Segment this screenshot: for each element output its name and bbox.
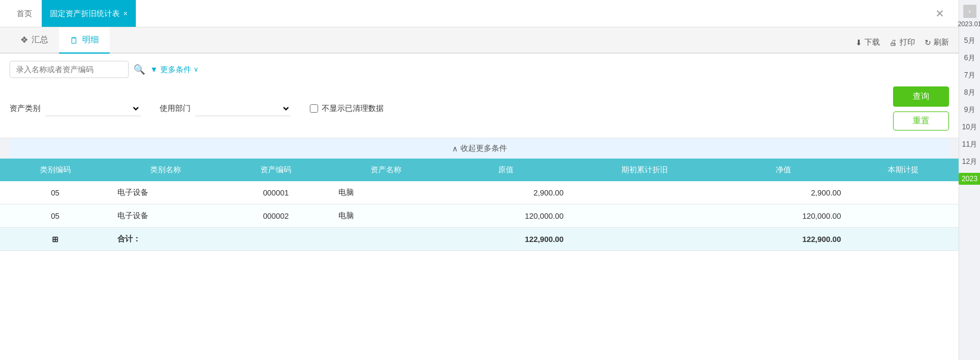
nav-home[interactable]: 首页 [10,0,39,27]
nav-active-tab[interactable]: 固定资产折旧统计表 × [42,0,136,27]
tab-detail[interactable]: 🗒 明细 [59,27,110,54]
more-filter-button[interactable]: ▼ 更多条件 ∨ [150,64,198,75]
col-asset-name: 资产名称 [331,159,441,181]
total-asset-name [331,228,441,251]
detail-icon: 🗒 [70,35,79,45]
chevron-down-icon: ∨ [194,66,198,73]
col-original-value: 原值 [441,159,571,181]
hide-cleared-label: 不显示已清理数据 [322,103,384,114]
asset-category-select[interactable] [45,101,141,116]
department-label: 使用部门 [160,103,191,114]
nav-tab-label: 固定资产折旧统计表 [50,8,120,19]
month-item[interactable]: 8月 [959,84,980,101]
filter-icon: ▼ [150,65,158,74]
collapse-label: 收起更多条件 [461,143,507,154]
collapse-filters-button[interactable]: ∧ 收起更多条件 [10,138,949,159]
total-icon-cell: ⊞ [0,228,110,251]
department-select[interactable] [195,101,291,116]
hide-cleared-group: 不显示已清理数据 [310,103,384,114]
table-row[interactable]: 05 电子设备 000002 电脑 120,000.00 120,000.00 [0,204,959,228]
tab-summary-label: 汇总 [32,35,48,45]
year-badge[interactable]: 2023 [959,173,980,185]
print-button[interactable]: 🖨 打印 [889,37,915,48]
tab-detail-label: 明细 [82,35,99,45]
refresh-button[interactable]: ↻ 刷新 [925,37,949,48]
cell-category-code: 05 [0,204,110,228]
total-label: 合计： [110,228,331,251]
total-net-value: 122,900.00 [719,228,848,251]
cell-category-name: 电子设备 [110,181,220,204]
month-item[interactable]: 6月 [959,49,980,67]
col-category-name: 类别名称 [110,159,220,181]
cell-category-code: 05 [0,181,110,204]
cell-category-name: 电子设备 [110,204,220,228]
print-label: 打印 [900,37,915,48]
cell-asset-code: 000002 [220,204,331,228]
cell-current-provision [848,181,959,204]
cell-current-provision [848,204,959,228]
data-table: 类别编码 类别名称 资产编码 资产名称 原值 期初累计折旧 净值 本期计提 05… [0,159,959,360]
month-item[interactable]: 9月 [959,101,980,119]
asset-category-field: 资产类别 [10,101,141,116]
total-row: ⊞ 合计： 122,900.00 122,900.00 [0,228,959,251]
cell-asset-name: 电脑 [331,204,441,228]
reset-button[interactable]: 重置 [893,111,949,131]
col-accumulated-depreciation: 期初累计折旧 [571,159,719,181]
month-item[interactable]: 7月 [959,67,980,84]
tab-summary[interactable]: ❖ 汇总 [10,27,59,54]
right-sidebar: › 2023.01 5月6月7月8月9月10月11月12月 2023 [959,0,980,360]
asset-category-label: 资产类别 [10,103,41,114]
date-label: 2023.01 [957,18,980,30]
cell-accumulated-depreciation [571,204,719,228]
more-filter-label: 更多条件 [160,64,191,75]
col-category-code: 类别编码 [0,159,110,181]
refresh-label: 刷新 [934,37,949,48]
cell-original-value: 2,900.00 [441,181,571,204]
refresh-icon: ↻ [925,38,931,47]
col-net-value: 净值 [719,159,848,181]
month-list: 5月6月7月8月9月10月11月12月 [959,32,980,170]
cell-asset-name: 电脑 [331,181,441,204]
cell-accumulated-depreciation [571,181,719,204]
download-icon: ⬇ [855,38,862,47]
department-field: 使用部门 [160,101,291,116]
query-button[interactable]: 查询 [893,86,949,107]
month-item[interactable]: 5月 [959,32,980,49]
cell-original-value: 120,000.00 [441,204,571,228]
search-icon[interactable]: 🔍 [133,64,145,75]
cell-asset-code: 000001 [220,181,331,204]
print-icon: 🖨 [889,38,897,47]
hide-cleared-checkbox[interactable] [310,104,318,113]
cell-net-value: 120,000.00 [719,204,848,228]
nav-tab-close[interactable]: × [123,10,127,18]
download-label: 下载 [864,37,880,48]
month-item[interactable]: 11月 [959,136,980,153]
total-original-value: 122,900.00 [441,228,571,251]
total-accumulated-depreciation [571,228,719,251]
month-item[interactable]: 10月 [959,119,980,136]
col-asset-code: 资产编码 [220,159,331,181]
download-button[interactable]: ⬇ 下载 [855,37,880,48]
sidebar-nav-arrow[interactable]: › [963,5,976,18]
month-item[interactable]: 12月 [959,153,980,170]
summary-icon: ❖ [20,35,28,45]
col-current-provision: 本期计提 [848,159,959,181]
cell-net-value: 2,900.00 [719,181,848,204]
total-current-provision [848,228,959,251]
window-close-button[interactable]: ✕ [931,7,949,20]
collapse-icon: ∧ [452,144,458,153]
table-row[interactable]: 05 电子设备 000001 电脑 2,900.00 2,900.00 [0,181,959,204]
search-input[interactable] [10,61,129,78]
